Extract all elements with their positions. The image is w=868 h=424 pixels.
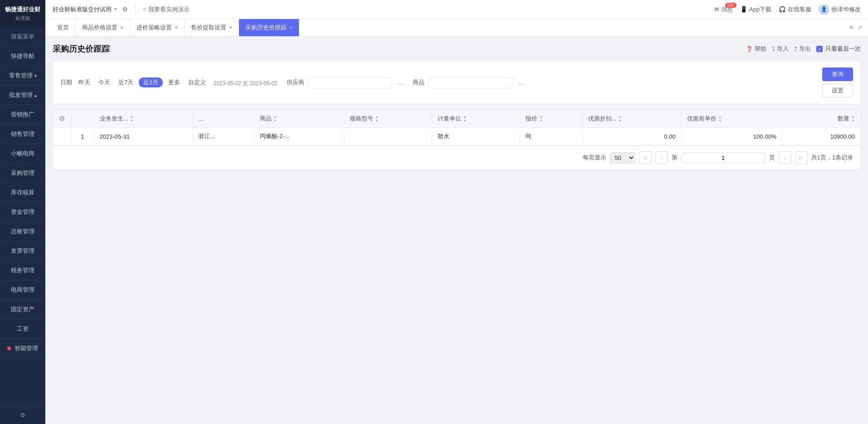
topbar-right: ✉ 消息 99+ 📱 App下载 🎧 在线客服 👤 徐泽华修改 (714, 4, 861, 15)
th-date[interactable]: 业务发生... ▲▼ (94, 110, 193, 128)
tab-home-label: 首页 (57, 24, 69, 32)
sidebar-item-tax[interactable]: 税务管理 (0, 261, 45, 280)
user-profile-button[interactable]: 👤 徐泽华修改 (819, 4, 861, 15)
help-icon: ❓ (746, 46, 753, 53)
product-selector[interactable]: 好业财标准版交付试用 ▾ (53, 5, 117, 14)
product-input[interactable] (428, 77, 512, 88)
sidebar-item-label: 营销推广 (11, 111, 34, 119)
date-label: 日期 (60, 78, 72, 87)
tab-price-extract[interactable]: 售价提取设置 × (185, 19, 239, 36)
sidebar-item-label: 采购管理 (11, 169, 34, 177)
date-option-more[interactable]: 更多 (166, 77, 183, 87)
sidebar-item-label: 零售管理 (9, 72, 33, 80)
sidebar-item-ecommerce[interactable]: 电商管理 (0, 280, 45, 300)
export-icon: ⤴ (794, 46, 797, 53)
sidebar-item-fixed-assets[interactable]: 固定资产 (0, 300, 45, 319)
th-spec[interactable]: 规格型号 ▲▼ (344, 110, 432, 128)
th-settings: ⚙ (53, 110, 71, 128)
supplier-input[interactable] (308, 77, 392, 88)
sidebar-search-section: 搜索菜单 (0, 27, 45, 47)
sidebar-item-wholesale[interactable]: 批发管理 ▴ (0, 86, 45, 105)
close-icon[interactable]: × (175, 24, 178, 31)
sidebar-item-finance[interactable]: 资金管理 (0, 202, 45, 222)
sidebar-item-label: 批发管理 (9, 91, 33, 99)
topbar: 好业财标准版交付试用 ▾ ⚙ ○ 我要看实例演示 ✉ 消息 99+ 📱 App下… (45, 0, 868, 19)
sort-icon: ▲▼ (273, 115, 277, 123)
dot-indicator (7, 347, 11, 350)
app-download-button[interactable]: 📱 App下载 (740, 5, 771, 14)
topbar-settings-icon[interactable]: ⚙ (122, 6, 128, 13)
prev-page-button[interactable]: ‹ (655, 151, 668, 164)
sidebar-item-retail[interactable]: 零售管理 ▾ (0, 66, 45, 86)
date-option-today[interactable]: 今天 (96, 77, 113, 87)
date-options: 昨天 今天 近7天 近1月 更多 自定义 (76, 77, 209, 87)
maximize-icon[interactable]: ⤢ (858, 24, 863, 31)
sidebar-item-invoice[interactable]: 发票管理 (0, 241, 45, 261)
data-table: ⚙ 业务发生... ▲▼ ... (53, 110, 860, 145)
chevron-down-icon: ▾ (34, 73, 37, 78)
tab-home[interactable]: 首页 (51, 19, 76, 36)
th-dots[interactable]: ... (193, 110, 254, 128)
demo-button[interactable]: ○ 我要看实例演示 (143, 5, 190, 14)
only-last-checkbox[interactable]: ✓ (816, 46, 823, 52)
sidebar-item-ecommerce-small[interactable]: 小畅电商 (0, 144, 45, 164)
th-price[interactable]: 报价 ▲▼ (520, 110, 582, 128)
page-word: 第 (672, 154, 678, 162)
sidebar-item-quick-nav[interactable]: 快捷导航 (0, 47, 45, 66)
supplier-dots[interactable]: ... (398, 78, 404, 87)
date-option-7days[interactable]: 近7天 (116, 77, 136, 87)
close-window-icon[interactable]: ✕ (849, 24, 854, 31)
first-page-button[interactable]: ⊲ (639, 151, 652, 164)
help-button[interactable]: ❓ 帮助 (746, 45, 766, 53)
tab-purchase-history[interactable]: 采购历史价跟踪 × (239, 19, 299, 36)
page-suffix: 页 (769, 154, 775, 162)
th-product[interactable]: 商品 ▲▼ (254, 110, 344, 128)
data-table-wrap: ⚙ 业务发生... ▲▼ ... (53, 110, 861, 170)
sidebar-item-ai[interactable]: 智能管理 (0, 339, 45, 358)
search-menu-button[interactable]: 搜索菜单 (4, 31, 42, 43)
sidebar-item-salary[interactable]: 工资 (0, 319, 45, 339)
tab-product-price[interactable]: 商品价格设置 × (76, 19, 130, 36)
online-service-button[interactable]: 🎧 在线客服 (779, 5, 811, 14)
tab-bar: 首页 商品价格设置 × 进价策略设置 × 售价提取设置 × 采购历史价跟踪 × … (45, 19, 868, 36)
per-page-select[interactable]: 50 100 200 (610, 152, 635, 164)
product-dots[interactable]: ... (518, 78, 524, 87)
settings-icon[interactable]: ⚙ (20, 412, 25, 419)
sidebar-item-ledger[interactable]: 总账管理 (0, 222, 45, 241)
last-page-button[interactable]: ⊳ (795, 151, 808, 164)
sidebar-item-label: 小畅电商 (11, 149, 34, 158)
settings-button[interactable]: 设置 (822, 84, 853, 97)
th-discount[interactable]: 优惠折扣... ▲▼ (582, 110, 681, 128)
date-option-yesterday[interactable]: 昨天 (76, 77, 93, 87)
topbar-divider (135, 5, 136, 14)
column-settings-button[interactable]: ⚙ (59, 115, 65, 123)
close-icon[interactable]: × (289, 24, 293, 31)
th-unit[interactable]: 计量单位 ▲▼ (432, 110, 520, 128)
close-icon[interactable]: × (120, 24, 123, 31)
sidebar-item-inventory[interactable]: 库存核算 (0, 183, 45, 202)
sidebar-item-marketing[interactable]: 营销推广 (0, 105, 45, 125)
product-label: 商品 (413, 78, 424, 87)
messages-button[interactable]: ✉ 消息 99+ (714, 5, 733, 14)
supplier-filter-group: 供应商 ... (287, 77, 404, 88)
sidebar-item-label: 快捷导航 (11, 52, 34, 60)
sidebar-item-label: 资金管理 (11, 208, 34, 216)
tab-purchase-strategy[interactable]: 进价策略设置 × (130, 19, 185, 36)
sidebar-item-sales[interactable]: 销售管理 (0, 125, 45, 144)
sidebar-item-purchase[interactable]: 采购管理 (0, 164, 45, 183)
td-quoted-price: 0.00 (582, 128, 681, 145)
only-last-checkbox-label[interactable]: ✓ 只看最后一次 (816, 45, 861, 53)
th-pre-discount-price[interactable]: 优惠前单价 ▲▼ (681, 110, 782, 128)
import-button[interactable]: ⤵ 导入 (772, 45, 789, 53)
th-quantity[interactable]: 数量 ▲▼ (782, 110, 860, 128)
date-option-1month[interactable]: 近1月 (139, 77, 163, 87)
th-num (71, 110, 94, 128)
message-icon: ✉ (714, 6, 719, 13)
next-page-button[interactable]: › (779, 151, 791, 164)
date-range-display: 2023-05-02 至 2023-06-02 (213, 78, 277, 87)
query-button[interactable]: 查询 (822, 67, 853, 81)
close-icon[interactable]: × (229, 24, 232, 31)
page-number-input[interactable] (681, 153, 766, 163)
export-button[interactable]: ⤴ 导出 (794, 45, 811, 53)
date-option-custom[interactable]: 自定义 (185, 77, 209, 87)
